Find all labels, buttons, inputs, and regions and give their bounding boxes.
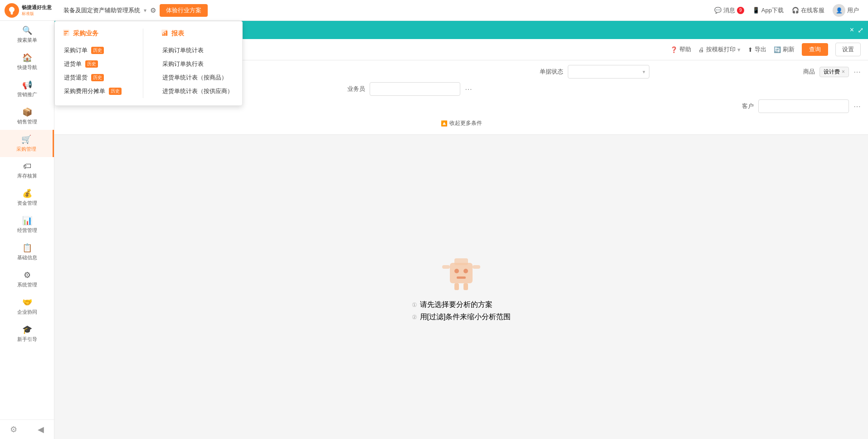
salesperson-more-btn[interactable]: ⋯	[465, 85, 472, 94]
tab-bar-right: × ⤢	[850, 26, 868, 35]
empty-illustration	[434, 249, 488, 295]
finance-icon: 💰	[22, 188, 32, 198]
sidebar-item-label: 营销推广	[17, 91, 37, 98]
refresh-icon: 🔄	[774, 46, 781, 53]
sidebar-item-label: 销售管理	[17, 118, 37, 125]
sidebar-item-base-info[interactable]: 📋 基础信息	[0, 238, 54, 266]
industry-btn[interactable]: 体验行业方案	[160, 4, 208, 17]
sidebar-item-inventory[interactable]: 🏷 库存核算	[0, 157, 54, 184]
sidebar-item-operation[interactable]: 📊 经营管理	[0, 211, 54, 238]
goods-more-btn[interactable]: ⋯	[853, 68, 861, 76]
message-badge: 9	[737, 7, 744, 14]
sidebar: 🔍 搜索菜单 🏠 快捷导航 📢 营销推广 📦 销售管理 🛒 采购管理 🏷 库存核…	[0, 21, 54, 439]
settings-gear-icon[interactable]: ⚙	[150, 6, 156, 15]
sidebar-item-label: 新手引导	[17, 336, 37, 343]
app-download-btn[interactable]: 📱 App下载	[752, 6, 784, 15]
top-bar: 畅捷通好生意 标准版 装备及固定资产辅助管理系统 ▾ ⚙ 体验行业方案 💬 消息…	[0, 0, 868, 21]
logo-icon	[5, 3, 19, 18]
history-badge: 历史	[85, 60, 98, 68]
dropdown-item-purchase-return[interactable]: 进货退货 历史	[62, 71, 126, 84]
svg-rect-1	[11, 14, 13, 15]
salesperson-label: 业务员	[347, 85, 365, 93]
sidebar-settings-icon[interactable]: ⚙	[10, 424, 17, 434]
goods-tag-close[interactable]: ×	[842, 69, 845, 75]
message-btn[interactable]: 💬 消息 9	[714, 6, 744, 15]
svg-rect-14	[64, 35, 66, 35]
svg-rect-2	[450, 263, 473, 283]
dropdown-item-report-receive-supplier[interactable]: 进货单统计表（按供应商）	[161, 84, 235, 98]
system-title-arrow[interactable]: ▾	[144, 7, 146, 14]
purchase-col: 采购业务 采购订单 历史 进货单 历史 进货退货 历史 采购费用分摊单 历史	[62, 29, 126, 98]
svg-rect-16	[162, 34, 164, 36]
customer-input[interactable]	[758, 99, 849, 113]
customer-more-btn[interactable]: ⋯	[853, 102, 861, 111]
svg-point-4	[454, 269, 459, 273]
svg-rect-8	[463, 283, 468, 290]
refresh-btn[interactable]: 🔄 刷新	[774, 45, 795, 54]
dropdown-item-purchase-order[interactable]: 采购订单 历史	[62, 44, 126, 57]
sidebar-item-finance[interactable]: 💰 资金管理	[0, 184, 54, 211]
online-service-btn[interactable]: 🎧 在线客服	[792, 6, 824, 15]
report-col: 报表 采购订单统计表 采购订单执行表 进货单统计表（按商品） 进货单统计表（按供…	[161, 29, 235, 98]
export-btn[interactable]: ⬆ 导出	[748, 45, 766, 54]
dropdown-item-report-receive-goods[interactable]: 进货单统计表（按商品）	[161, 71, 235, 84]
top-right: 💬 消息 9 📱 App下载 🎧 在线客服 👤 用户	[714, 4, 863, 17]
sidebar-item-guide[interactable]: 🎓 新手引导	[0, 320, 54, 347]
sidebar-item-label: 经营管理	[17, 227, 37, 234]
goods-tag[interactable]: 设计费 ×	[819, 67, 849, 77]
help-btn[interactable]: ❓ 帮助	[670, 45, 691, 54]
sidebar-item-label: 系统管理	[17, 281, 37, 288]
query-btn[interactable]: 查询	[802, 43, 828, 56]
dropdown-item-label: 进货单	[64, 60, 82, 68]
settings-page-btn[interactable]: 设置	[835, 43, 861, 56]
sidebar-item-system[interactable]: ⚙ 系统管理	[0, 266, 54, 293]
collapse-up-icon: 🔼	[441, 120, 448, 127]
dropdown-item-label: 采购订单	[64, 46, 88, 54]
base-info-icon: 📋	[22, 243, 32, 253]
sidebar-item-quick-nav[interactable]: 🏠 快捷导航	[0, 48, 54, 75]
sidebar-item-search[interactable]: 🔍 搜索菜单	[0, 21, 54, 48]
export-icon: ⬆	[748, 46, 753, 53]
dropdown-item-label: 进货退货	[64, 74, 88, 82]
dropdown-item-purchase-cost[interactable]: 采购费用分摊单 历史	[62, 84, 126, 98]
sidebar-item-sales[interactable]: 📦 销售管理	[0, 103, 54, 130]
dropdown-item-label: 进货单统计表（按商品）	[162, 74, 227, 82]
close-window-icon[interactable]: ×	[850, 26, 854, 34]
logo-area: 畅捷通好生意 标准版	[5, 3, 59, 18]
sidebar-item-label: 资金管理	[17, 200, 37, 207]
purchase-col-title: 采购业务	[62, 29, 126, 38]
dropdown-item-label: 进货单统计表（按供应商）	[162, 87, 233, 95]
report-col-title: 报表	[161, 29, 235, 38]
mobile-icon: 📱	[752, 7, 760, 14]
sidebar-item-label: 采购管理	[16, 146, 36, 153]
goods-label: 商品	[803, 68, 815, 76]
sidebar-item-marketing[interactable]: 📢 营销推广	[0, 75, 54, 103]
sidebar-item-purchase[interactable]: 🛒 采购管理	[0, 130, 54, 157]
sidebar-bottom: ⚙ ◀	[0, 419, 54, 439]
sidebar-item-label: 快捷导航	[17, 64, 37, 71]
marketing-icon: 📢	[22, 80, 32, 90]
print-icon: 🖨	[698, 46, 704, 53]
sidebar-item-cooperation[interactable]: 🤝 企业协同	[0, 293, 54, 320]
salesperson-input[interactable]	[370, 82, 460, 96]
svg-rect-17	[164, 33, 166, 36]
dropdown-item-report-order-stat[interactable]: 采购订单统计表	[161, 44, 235, 57]
purchase-dropdown-menu: 采购业务 采购订单 历史 进货单 历史 进货退货 历史 采购费用分摊单 历史	[54, 21, 243, 106]
dropdown-item-label: 采购订单执行表	[162, 60, 204, 68]
operation-icon: 📊	[22, 216, 32, 226]
svg-rect-7	[454, 283, 459, 290]
purchase-col-icon	[62, 29, 70, 38]
sidebar-item-label: 搜索菜单	[17, 37, 37, 44]
svg-rect-9	[442, 265, 450, 269]
sales-icon: 📦	[22, 107, 32, 117]
svg-point-5	[463, 269, 468, 273]
fullscreen-icon[interactable]: ⤢	[858, 26, 863, 35]
dropdown-item-report-order-exec[interactable]: 采购订单执行表	[161, 57, 235, 71]
print-template-btn[interactable]: 🖨 按模板打印 ▾	[698, 45, 741, 54]
collapse-btn[interactable]: 🔼 收起更多条件	[62, 117, 861, 130]
inventory-icon: 🏷	[23, 162, 31, 171]
dropdown-item-purchase-receive[interactable]: 进货单 历史	[62, 57, 126, 71]
sidebar-collapse-icon[interactable]: ◀	[38, 424, 44, 434]
avatar: 👤	[833, 4, 845, 17]
user-btn[interactable]: 👤 用户	[833, 4, 859, 17]
